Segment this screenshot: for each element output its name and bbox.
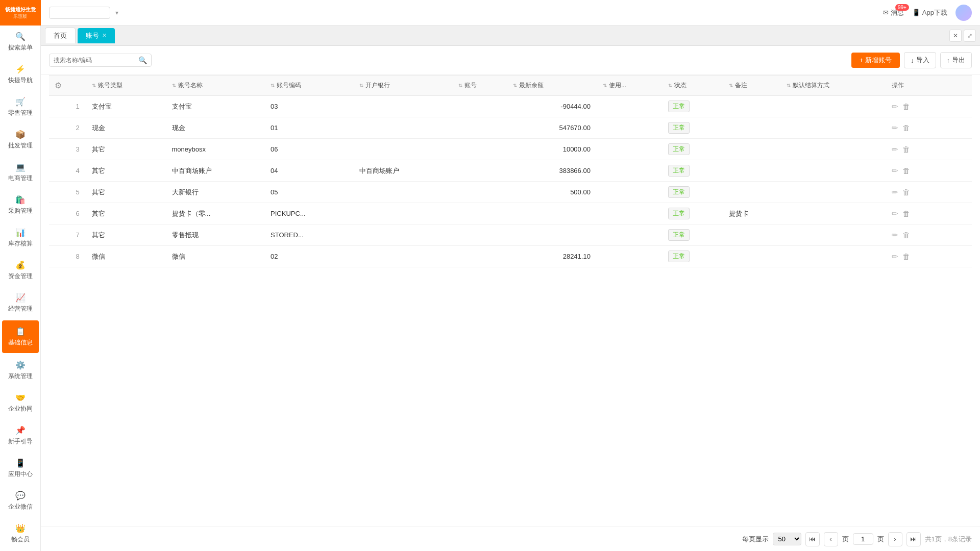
edit-button-5[interactable]: ✏ — [892, 209, 898, 218]
next-page-button[interactable]: › — [888, 532, 902, 546]
edit-button-1[interactable]: ✏ — [892, 123, 898, 133]
cell-type-5: 其它 — [88, 203, 168, 224]
delete-button-4[interactable]: 🗑 — [902, 188, 910, 197]
table-row: 1 支付宝 支付宝 03 -90444.00 正常 ✏ 🗑 — [49, 96, 972, 117]
tab-account[interactable]: 账号 ✕ — [78, 28, 115, 43]
sys-mgmt-icon: ⚙️ — [15, 360, 26, 370]
sidebar-label-finance-mgmt: 资金管理 — [8, 272, 33, 281]
col-bank[interactable]: ⇅开户银行 — [355, 76, 454, 96]
sidebar-item-member[interactable]: 👑畅会员 — [0, 517, 41, 550]
current-page-input[interactable]: 1 — [853, 533, 873, 545]
cell-num-1: 2 — [67, 117, 88, 139]
sidebar-item-corp-wechat[interactable]: 💬企业微信 — [0, 485, 41, 517]
sidebar-item-sys-mgmt[interactable]: ⚙️系统管理 — [0, 354, 41, 387]
cell-remark-6 — [725, 224, 782, 246]
topbar-dropdown-arrow[interactable]: ▾ — [115, 9, 118, 16]
sidebar-label-search-menu: 搜索菜单 — [8, 43, 33, 52]
col-name[interactable]: ⇅账号名称 — [168, 76, 267, 96]
col-balance[interactable]: ⇅最新余额 — [509, 76, 599, 96]
avatar[interactable] — [955, 5, 972, 21]
edit-button-2[interactable]: ✏ — [892, 145, 898, 154]
sidebar-label-corp-protocol: 企业协同 — [8, 405, 33, 413]
cell-code-7: 02 — [266, 246, 355, 267]
delete-button-6[interactable]: 🗑 — [902, 231, 910, 240]
cell-balance-6 — [509, 224, 599, 246]
edit-button-0[interactable]: ✏ — [892, 102, 898, 111]
search-icon[interactable]: 🔍 — [138, 56, 147, 64]
sidebar-label-inventory: 库存核算 — [8, 239, 33, 248]
sidebar-item-wholesale-mgmt[interactable]: 📦批发管理 — [0, 123, 41, 156]
col-type[interactable]: ⇅账号类型 — [88, 76, 168, 96]
app-icon: 📱 — [912, 9, 920, 16]
window-maximize-button[interactable]: ⤢ — [964, 30, 976, 42]
search-input[interactable] — [54, 57, 135, 64]
sidebar-item-basic-info[interactable]: 📋基础信息 — [2, 320, 39, 353]
per-page-select[interactable]: 50 20 100 — [773, 533, 801, 545]
col-remark[interactable]: ⇅备注 — [725, 76, 782, 96]
sidebar-item-purchase-mgmt[interactable]: 🛍️采购管理 — [0, 189, 41, 221]
col-settings[interactable]: ⚙ — [49, 76, 67, 96]
sidebar-item-search-menu[interactable]: 🔍搜索菜单 — [0, 26, 41, 58]
logo-sub: 乐惠版 — [13, 13, 27, 20]
edit-button-7[interactable]: ✏ — [892, 252, 898, 261]
window-close-button[interactable]: ✕ — [949, 30, 962, 42]
sidebar-item-finance-mgmt[interactable]: 💰资金管理 — [0, 254, 41, 287]
app-download-button[interactable]: 📱 App下载 — [912, 8, 947, 17]
cell-account-3 — [454, 160, 509, 182]
delete-button-0[interactable]: 🗑 — [902, 102, 910, 111]
sidebar-item-inventory[interactable]: 📊库存核算 — [0, 221, 41, 254]
cell-bank-7 — [355, 246, 454, 267]
delete-button-5[interactable]: 🗑 — [902, 209, 910, 218]
tab-close-icon[interactable]: ✕ — [102, 32, 107, 39]
cell-balance-1: 547670.00 — [509, 117, 599, 139]
edit-button-3[interactable]: ✏ — [892, 166, 898, 176]
sidebar-item-new-guide[interactable]: 📌新手引导 — [0, 419, 41, 452]
cell-usage-0 — [599, 96, 664, 117]
app-download-label: App下载 — [922, 8, 947, 17]
cell-code-6: STORED... — [266, 224, 355, 246]
import-label: 导入 — [916, 56, 929, 65]
tab-home[interactable]: 首页 — [45, 28, 76, 43]
last-page-button[interactable]: ⏭ — [906, 532, 921, 546]
cell-bank-3: 中百商场账户 — [355, 160, 454, 182]
cell-remark-2 — [725, 139, 782, 160]
prev-page-button[interactable]: ‹ — [824, 532, 838, 546]
export-button[interactable]: ↑ 导出 — [940, 52, 972, 68]
cell-num-4: 5 — [67, 182, 88, 203]
table-row: 7 其它 零售抵现 STORED... 正常 ✏ 🗑 — [49, 224, 972, 246]
delete-button-7[interactable]: 🗑 — [902, 252, 910, 261]
col-status[interactable]: ⇅状态 — [664, 76, 725, 96]
sidebar-item-retail-mgmt[interactable]: 🛒零售管理 — [0, 91, 41, 123]
cell-default-settlement-4 — [782, 182, 888, 203]
edit-button-4[interactable]: ✏ — [892, 188, 898, 197]
edit-button-6[interactable]: ✏ — [892, 231, 898, 240]
col-usage[interactable]: ⇅使用... — [599, 76, 664, 96]
page-total-sep: 页 — [877, 535, 884, 544]
cell-num-5: 6 — [67, 203, 88, 224]
delete-button-3[interactable]: 🗑 — [902, 166, 910, 176]
col-default-settlement[interactable]: ⇅默认结算方式 — [782, 76, 888, 96]
sidebar-item-ecom-mgmt[interactable]: 💻电商管理 — [0, 156, 41, 189]
sidebar-item-corp-protocol[interactable]: 🤝企业协同 — [0, 387, 41, 419]
sidebar-item-app-center[interactable]: 📱应用中心 — [0, 452, 41, 485]
import-button[interactable]: ↓ 导入 — [904, 52, 936, 68]
cell-status-1: 正常 — [664, 117, 725, 139]
column-settings-icon[interactable]: ⚙ — [55, 81, 62, 90]
delete-button-2[interactable]: 🗑 — [902, 145, 910, 154]
cell-name-5: 提货卡（零... — [168, 203, 267, 224]
cell-balance-7: 28241.10 — [509, 246, 599, 267]
message-button[interactable]: ✉ 消息 99+ — [883, 8, 904, 17]
cell-code-5: PICKUPC... — [266, 203, 355, 224]
delete-button-1[interactable]: 🗑 — [902, 123, 910, 133]
sidebar-item-ops-mgmt[interactable]: 📈经营管理 — [0, 287, 41, 319]
cell-operation-5: ✏ 🗑 — [888, 203, 972, 224]
col-account[interactable]: ⇅账号 — [454, 76, 509, 96]
total-records: 共1页，8条记录 — [925, 535, 972, 544]
add-account-button[interactable]: + 新增账号 — [851, 53, 900, 68]
col-code[interactable]: ⇅账号编码 — [266, 76, 355, 96]
topbar-search-input[interactable] — [49, 7, 110, 19]
cell-type-4: 其它 — [88, 182, 168, 203]
sidebar-item-quick-nav[interactable]: ⚡快捷导航 — [0, 58, 41, 91]
topbar-right: ✉ 消息 99+ 📱 App下载 — [883, 5, 972, 21]
first-page-button[interactable]: ⏮ — [805, 532, 820, 546]
